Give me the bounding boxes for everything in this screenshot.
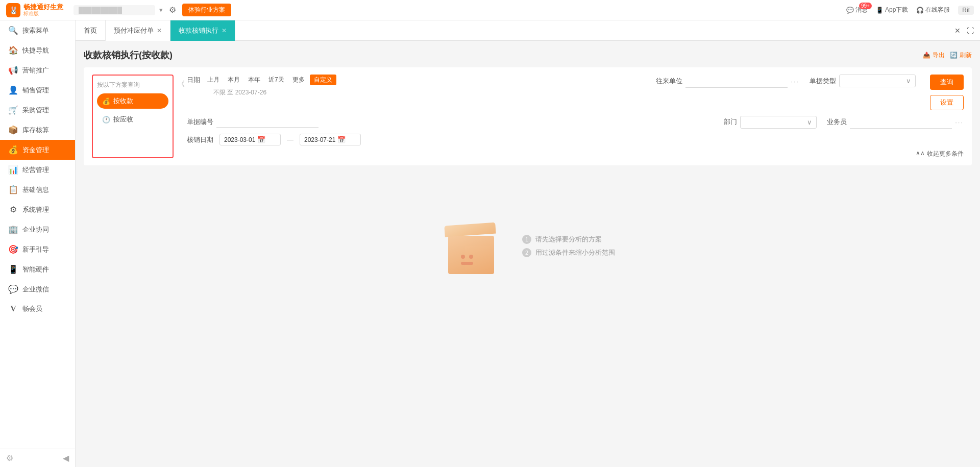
party-input[interactable]: [685, 75, 788, 88]
sidebar-item-marketing[interactable]: 📢 营销推广: [0, 60, 75, 80]
sidebar-item-member[interactable]: V 畅会员: [0, 299, 75, 318]
verify-start-date[interactable]: 2023-03-01 📅: [219, 134, 281, 145]
page-title: 收款核销执行(按收款): [84, 49, 173, 61]
verify-end-value: 2023-07-21: [304, 136, 335, 143]
user-menu[interactable]: Rit: [958, 6, 974, 15]
sidebar-collapse-icon[interactable]: ◀: [63, 453, 69, 463]
collapse-more-icon: ∧∧: [916, 150, 925, 158]
dept-arrow: ∨: [807, 118, 812, 126]
sidebar-item-enterprise[interactable]: 🏢 企业协同: [0, 219, 75, 239]
party-dots[interactable]: ···: [791, 78, 799, 85]
date-label: 日期: [187, 76, 200, 85]
tip-1-number: 1: [522, 235, 531, 244]
sidebar-item-purchase[interactable]: 🛒 采购管理: [0, 100, 75, 120]
tab-collection-close[interactable]: ✕: [222, 27, 227, 34]
app-logo: 🐰 畅捷通好生意 标准版: [6, 3, 63, 17]
tab-expand-button[interactable]: ⛶: [965, 24, 976, 37]
topbar-search[interactable]: ██████████: [74, 5, 155, 15]
app-icon: 📱: [876, 7, 884, 14]
topbar-dropdown-icon[interactable]: ▾: [159, 6, 163, 14]
filter-option-by-receivable[interactable]: 🕐 按应收: [97, 112, 168, 127]
basic-info-icon: 📋: [8, 185, 18, 194]
filter-row-3: 核销日期 2023-03-01 📅 — 2023-07-21 📅: [187, 134, 964, 145]
topbar-gear-icon[interactable]: ⚙: [169, 5, 176, 15]
sales-icon: 👤: [8, 85, 18, 95]
service-label: 在线客服: [925, 6, 950, 14]
date-option-last-month[interactable]: 上月: [204, 75, 223, 85]
sidebar-settings-icon[interactable]: ⚙: [6, 453, 13, 463]
sidebar-item-system[interactable]: ⚙ 系统管理: [0, 200, 75, 219]
sidebar-item-operations[interactable]: 📊 经营管理: [0, 160, 75, 180]
finance-icon: 💰: [8, 145, 18, 155]
collapse-more-row[interactable]: ∧∧ 收起更多条件: [187, 150, 964, 158]
filter-panel: 按以下方案查询 💰 按收款 🕐 按应收 《: [84, 67, 972, 165]
party-label: 往来单位: [656, 77, 682, 86]
doc-type-arrow: ∨: [906, 77, 911, 85]
tab-prepay-close[interactable]: ✕: [157, 27, 162, 34]
sidebar-item-finance[interactable]: 💰 资金管理: [0, 140, 75, 160]
setting-button[interactable]: 设置: [930, 95, 964, 110]
sidebar-item-wechat[interactable]: 💬 企业微信: [0, 279, 75, 299]
tab-close-all-button[interactable]: ✕: [952, 24, 963, 37]
sidebar-item-guide[interactable]: 🎯 新手引导: [0, 239, 75, 259]
filter-row-2: 单据编号 部门 ∨ 业务员: [187, 115, 964, 129]
date-option-more[interactable]: 更多: [289, 75, 308, 85]
sidebar-item-search-menu[interactable]: 🔍 搜索菜单: [0, 20, 75, 40]
app-download-label: App下载: [885, 6, 908, 14]
enterprise-icon: 🏢: [8, 225, 18, 234]
staff-dots[interactable]: ···: [955, 118, 964, 126]
online-service-button[interactable]: 🎧 在线客服: [916, 6, 950, 14]
member-icon: V: [8, 304, 18, 313]
dept-label: 部门: [724, 117, 737, 127]
verify-end-calendar[interactable]: 📅: [337, 136, 346, 143]
sidebar-item-sales[interactable]: 👤 销售管理: [0, 80, 75, 100]
staff-input[interactable]: [850, 115, 952, 129]
doc-type-label: 单据类型: [810, 77, 836, 86]
sidebar-item-quick-nav[interactable]: 🏠 快捷导航: [0, 40, 75, 60]
by-collection-label: 按收款: [113, 96, 133, 106]
verify-start-calendar[interactable]: 📅: [257, 136, 265, 143]
sidebar-item-hardware[interactable]: 📱 智能硬件: [0, 259, 75, 279]
sidebar-item-label-sales: 销售管理: [22, 86, 49, 95]
date-filter-group: 日期 上月 本月 本年 近7天 更多 自定义 不限 至 2023-07-26: [187, 75, 418, 97]
dept-select[interactable]: ∨: [740, 116, 817, 129]
doc-no-input[interactable]: [216, 117, 318, 128]
tab-collection[interactable]: 收款核销执行 ✕: [170, 20, 235, 41]
date-option-last-7days[interactable]: 近7天: [265, 75, 287, 85]
sidebar-item-inventory[interactable]: 📦 库存核算: [0, 120, 75, 140]
guide-icon: 🎯: [8, 244, 18, 254]
date-option-custom[interactable]: 自定义: [310, 75, 336, 85]
filter-fields: 日期 上月 本月 本年 近7天 更多 自定义 不限 至 2023-07-26: [187, 75, 964, 158]
search-menu-icon: 🔍: [8, 26, 18, 35]
hardware-icon: 📱: [8, 264, 18, 274]
verify-date-label: 核销日期: [187, 135, 213, 144]
solution-button[interactable]: 体验行业方案: [182, 4, 231, 16]
date-option-this-month[interactable]: 本月: [225, 75, 243, 85]
tab-prepay[interactable]: 预付冲应付单 ✕: [106, 20, 170, 41]
refresh-button[interactable]: 🔄 刷新: [950, 51, 972, 60]
doc-type-select[interactable]: ∨: [839, 75, 916, 87]
filter-option-by-collection[interactable]: 💰 按收款: [97, 93, 168, 109]
page-header: 收款核销执行(按收款) 📤 导出 🔄 刷新: [84, 49, 972, 61]
date-option-this-year[interactable]: 本年: [245, 75, 263, 85]
sidebar-item-label-guide: 新手引导: [22, 245, 49, 254]
app-download-button[interactable]: 📱 App下载: [876, 6, 908, 14]
tab-bar-actions: ✕ ⛶: [952, 24, 980, 37]
party-filter-group: 往来单位 ···: [656, 75, 799, 88]
logo-main-text: 畅捷通好生意: [23, 3, 63, 11]
inventory-icon: 📦: [8, 125, 18, 135]
query-button[interactable]: 查询: [930, 75, 964, 90]
filter-collapse-button[interactable]: 《: [178, 75, 187, 158]
sidebar-item-basic-info[interactable]: 📋 基础信息: [0, 180, 75, 200]
tab-home[interactable]: 首页: [76, 20, 106, 41]
empty-tips: 1 请先选择要分析的方案 2 用过滤条件来缩小分析范围: [522, 235, 615, 257]
tip-1-text: 请先选择要分析的方案: [535, 235, 602, 244]
filter-options-panel: 按以下方案查询 💰 按收款 🕐 按应收: [92, 75, 174, 158]
staff-filter-group: 业务员 ···: [827, 115, 964, 129]
message-button[interactable]: 💬 消息 99+: [846, 6, 868, 14]
purchase-icon: 🛒: [8, 105, 18, 115]
message-icon: 💬: [846, 7, 854, 14]
verify-end-date[interactable]: 2023-07-21 📅: [300, 134, 361, 145]
sidebar-item-label-system: 系统管理: [22, 205, 49, 214]
export-button[interactable]: 📤 导出: [923, 51, 945, 60]
